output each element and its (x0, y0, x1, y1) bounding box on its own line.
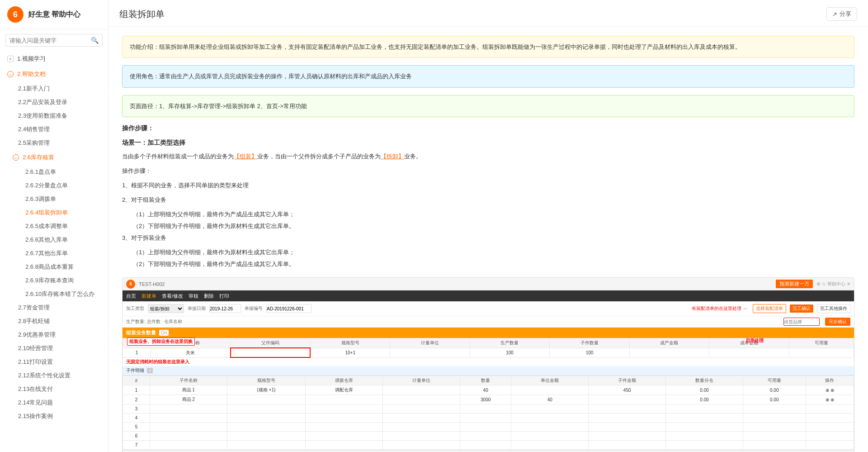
sidebar-item-sales[interactable]: 2.4销售管理 (0, 123, 108, 136)
content-area: 功能介绍：组装拆卸单用来处理企业组装或拆卸等加工业务，支持有固定装配清单的产品加… (108, 27, 868, 452)
sidebar-item-newbie[interactable]: 2.1新手入门 (0, 82, 108, 95)
expand-icon: + (7, 56, 14, 62)
step-label: 操作步骤： (122, 165, 854, 177)
sidebar-logo: 6 好生意 帮助中心 (0, 0, 108, 29)
sidebar-item-cases[interactable]: 2.15操作案例 (0, 409, 108, 423)
col-unit: 计量单位 (390, 338, 470, 348)
app-topbar: 6 TEST-H002 预测新建一万 ⚙ ☆ 帮助中心 ✕ (123, 278, 854, 290)
sidebar-item-purchase[interactable]: 2.5采购管理 (0, 136, 108, 150)
bottom-annotation-wrapper: 无固定消耗时的组装在这里录入 (123, 358, 854, 366)
section-assembly-header: 组装业务数量 On 组装业务、拆卸业务在这里切换 启用处理 (123, 328, 854, 338)
sidebar-item-finance[interactable]: 2.7资金管理 (0, 301, 108, 314)
sidebar-item-cost-recalc[interactable]: 2.6.8商品成本重算 (0, 260, 108, 274)
sidebar-item-video[interactable]: + 1.视频学习 (0, 51, 108, 67)
app-new-btn[interactable]: 预测新建一万 (776, 280, 813, 288)
stats-text: 生产数量: 总件数 仓库名称 (126, 319, 182, 325)
sidebar-item-other-in[interactable]: 2.6.6其他入库单 (0, 233, 108, 247)
parent-table-wrapper: # 父件名称 父件编码 规格型号 计量单位 生产数量 子件数量 成产金额 成本金… (123, 338, 854, 358)
sidebar-item-help[interactable]: – 2.帮助文档 (0, 67, 108, 82)
table-row: 4 (123, 414, 854, 423)
row-action-del[interactable]: ⊗ (830, 397, 834, 402)
form-date-input[interactable] (209, 304, 241, 313)
menu-delete[interactable]: 删除 (204, 293, 214, 300)
main-area: 组装拆卸单 ↗ 分享 功能介绍：组装拆卸单用来处理企业组装或拆卸等加工业务，支持… (108, 0, 868, 452)
share-icon: ↗ (832, 11, 837, 18)
step-2: 2、对于组装业务 (122, 194, 854, 206)
sidebar-item-assembly[interactable]: 2.6.4组装拆卸单 (0, 206, 108, 219)
table-row: 6 (123, 432, 854, 441)
sidebar-item-label: 2.帮助文档 (17, 70, 46, 78)
row-action-del[interactable]: ⊗ (830, 388, 834, 393)
sidebar: 6 好生意 帮助中心 🔍 + 1.视频学习 – 2.帮助文档 2.1新手入门 2… (0, 0, 108, 452)
logo-icon: 6 (7, 6, 24, 23)
toggle-switch[interactable]: On (159, 330, 169, 336)
collapse-icon-inventory: – (13, 154, 19, 161)
sidebar-item-inventory[interactable]: – 2.6库存核算 (0, 150, 108, 165)
step-2-1: （1）上部明细为父件明细，最终作为产成品生成其它入库单； (122, 209, 854, 220)
role-block: 使用角色：通常由生产人员或库管人员完成拆装业务的操作，库管人员确认原材料的出库和… (122, 65, 854, 87)
btn-complete[interactable]: 完工确认 (790, 305, 813, 313)
sidebar-item-stocktake[interactable]: 2.6.1盘点单 (0, 165, 108, 179)
form-number-input[interactable] (266, 304, 311, 313)
menu-view[interactable]: 查看/修改 (162, 293, 183, 300)
sidebar-item-coupon[interactable]: 2.9优惠券管理 (0, 328, 108, 342)
sidebar-item-faq[interactable]: 2.14常见问题 (0, 396, 108, 409)
btn-complete-other[interactable]: 完工其他操作 (817, 304, 850, 313)
parent-table: # 父件名称 父件编码 规格型号 计量单位 生产数量 子件数量 成产金额 成本金… (123, 338, 854, 358)
child-section-header: 子件明细 + (123, 366, 854, 376)
sidebar-item-personalize[interactable]: 2.12系统个性化设置 (0, 369, 108, 382)
col-sub-qty: 子件数量 (550, 338, 629, 348)
menu-home[interactable]: 自页 (126, 293, 136, 300)
sidebar-item-split-stocktake[interactable]: 2.6.2分量盘点单 (0, 179, 108, 192)
form-type-label: 加工类型 (126, 305, 144, 312)
menu-print[interactable]: 打印 (219, 293, 229, 300)
row-action-copy[interactable]: ⊕ (826, 397, 829, 402)
sidebar-item-mobile[interactable]: 2.8手机旺铺 (0, 314, 108, 328)
logo-text: 好生意 帮助中心 (28, 10, 80, 19)
sidebar-item-online-pay[interactable]: 2.13在线支付 (0, 382, 108, 396)
sidebar-item-data-prep[interactable]: 2.3使用前数据准备 (0, 109, 108, 123)
app-menu: 自页 新建单 查看/修改 审核 删除 打印 (123, 290, 854, 301)
search-bar[interactable]: 🔍 (5, 34, 103, 47)
share-button[interactable]: ↗ 分享 (826, 7, 857, 21)
app-stats-row: 生产数量: 总件数 仓库名称 完全确认 (123, 316, 854, 328)
table-row: 1 商品 1 (规格 +1) 调配仓库 40 450 0.00 0.00 (123, 385, 854, 395)
form-brand-input[interactable] (783, 318, 820, 326)
child-table-wrapper: # 子件名称 规格型号 调拨仓库 计量单位 数量 单位金额 子件金额 数量分仓 … (123, 376, 854, 450)
btn-select-bom[interactable]: 选择装配清单 (753, 304, 786, 313)
sidebar-item-print[interactable]: 2.11打印设置 (0, 355, 108, 369)
menu-audit[interactable]: 审核 (189, 293, 198, 300)
search-input[interactable] (9, 37, 91, 44)
table-row: 5 (123, 423, 854, 432)
child-table: # 子件名称 规格型号 调拨仓库 计量单位 数量 单位金额 子件金额 数量分仓 … (123, 376, 854, 450)
table-row: 3 (123, 404, 854, 414)
app-id: TEST-H002 (139, 281, 165, 287)
col-prod-qty: 生产数量 (470, 338, 549, 348)
btn-approve[interactable]: 完全确认 (825, 318, 850, 326)
sidebar-item-other-out[interactable]: 2.6.7其他出库单 (0, 247, 108, 260)
sidebar-item-install[interactable]: 2.2产品安装及登录 (0, 95, 108, 109)
role-text: 使用角色：通常由生产人员或库管人员完成拆装业务的操作，库管人员确认原材料的出库和… (130, 73, 412, 80)
form-date-label: 单据日期 (188, 305, 206, 312)
sidebar-item-cost-adjust[interactable]: 2.6.5成本调整单 (0, 219, 108, 233)
sidebar-item-transfer[interactable]: 2.6.3调拨单 (0, 192, 108, 206)
row-action-copy[interactable]: ⊕ (826, 388, 829, 393)
menu-new[interactable]: 新建单 (142, 293, 156, 300)
step-3-2: （2）下部明细为子件明细，最终作为产成品生成其它入库单。 (122, 258, 854, 270)
sidebar-item-inventory-ledger[interactable]: 2.6.9库存账本查询 (0, 274, 108, 287)
app-top-icons: ⚙ ☆ 帮助中心 ✕ (816, 281, 850, 287)
step-3: 3、对于拆装业务 (122, 232, 854, 244)
sidebar-item-label: 1.视频学习 (17, 55, 46, 63)
section-header-text: 组装业务数量 (126, 330, 157, 335)
app-logo-small: 6 (126, 280, 135, 289)
path-block: 页面路径：1、库存核算->库存管理->组装拆卸单 2、首页->常用功能 (122, 95, 854, 117)
section-header-bar: 组装业务数量 On (123, 328, 854, 338)
sidebar-item-operation[interactable]: 2.10经营管理 (0, 342, 108, 355)
form-number-label: 单据编号 (245, 305, 263, 312)
step-2-2: （2）下部明细为子件明细，最终作为原材料生成其它出库单。 (122, 220, 854, 232)
child-count-badge: + (147, 368, 153, 373)
step-1: 1、根据不同的业务，选择不同单据的类型来处理 (122, 180, 854, 191)
col-parent-code: 父件编码 (231, 338, 310, 348)
form-type-select[interactable]: 组装/拆卸 (148, 304, 184, 313)
sidebar-item-inventory-error[interactable]: 2.6.10库存账本错了怎么办 (0, 287, 108, 301)
